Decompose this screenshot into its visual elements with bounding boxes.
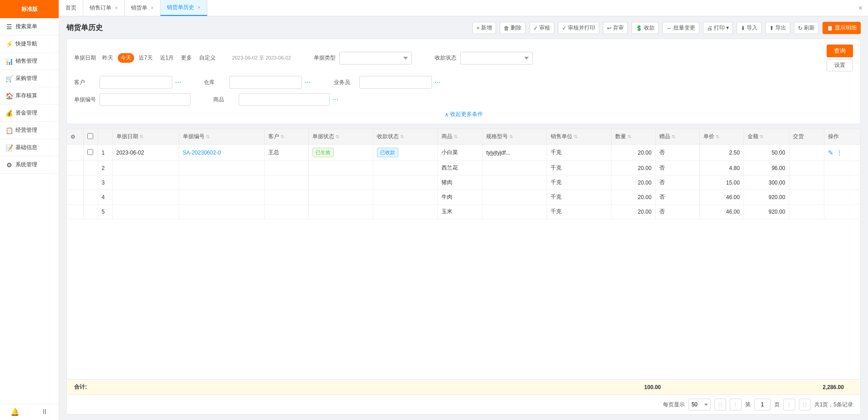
date-1month[interactable]: 近1月 (157, 53, 177, 63)
collect-status-select[interactable] (460, 52, 533, 65)
print-icon: 🖨 (707, 25, 712, 31)
filter-staff: 业务员 ··· (334, 76, 441, 89)
date-7days[interactable]: 近7天 (136, 53, 156, 63)
show-details-button[interactable]: 📋显示明细 (823, 22, 861, 34)
sidebar-item-operations[interactable]: 📋经营管理 (0, 122, 59, 139)
prev-page-btn[interactable]: ⟨ (730, 399, 742, 410)
collect-button[interactable]: 💲收款 (632, 22, 659, 34)
sidebar-item-sales[interactable]: 📊销售管理 (0, 53, 59, 70)
goods-more-icon[interactable]: ··· (332, 95, 338, 104)
first-page-btn[interactable]: ⟨⟨ (714, 399, 726, 410)
audit-print-button[interactable]: ✓审核并打印 (558, 22, 599, 34)
doc-type-select[interactable] (339, 52, 412, 65)
tab-sales-order[interactable]: 销售订单× (83, 0, 125, 16)
new-button[interactable]: +新增 (472, 22, 496, 34)
date-yesterday[interactable]: 昨天 (100, 53, 116, 63)
query-button[interactable]: 查询 (827, 45, 853, 57)
filter-collect-status: 收款状态 (435, 52, 533, 65)
th-docstatus[interactable]: 单据状态⇅ (309, 129, 373, 145)
row-checkbox[interactable] (87, 149, 93, 155)
customer-label: 客户 (74, 79, 97, 86)
page-title: 销货单历史 (66, 23, 103, 33)
th-qty[interactable]: 数量⇅ (611, 129, 655, 145)
refresh-icon: ↻ (798, 25, 803, 31)
th-unit[interactable]: 销售单位⇅ (547, 129, 612, 145)
collapse-btn[interactable]: ∧ 收起更多条件 (445, 110, 483, 118)
th-amount[interactable]: 金额⇅ (743, 129, 789, 145)
sidebar-item-label: 资金管理 (15, 109, 37, 117)
page-input[interactable] (754, 399, 771, 410)
th-date[interactable]: 单据日期⇅ (112, 129, 179, 145)
last-page-btn[interactable]: ⟩⟩ (799, 399, 811, 410)
staff-more-icon[interactable]: ··· (435, 78, 441, 86)
sidebar-item-finance[interactable]: 💰资金管理 (0, 105, 59, 122)
settings-button[interactable]: 设置 (827, 59, 853, 71)
import-icon: ⬇ (741, 25, 745, 31)
date-today[interactable]: 今天 (118, 53, 134, 63)
sidebar-item-basic[interactable]: 📝基础信息 (0, 139, 59, 156)
th-unitprice[interactable]: 单价⇅ (699, 129, 743, 145)
pause-icon[interactable]: ⏸ (41, 408, 48, 416)
sidebar-item-search[interactable]: ☰搜索菜单 (0, 18, 59, 35)
abandon-button[interactable]: ↩弃审 (603, 22, 628, 34)
tab-home[interactable]: 首页 (59, 0, 83, 16)
tab-sales-history[interactable]: 销货单历史× (161, 0, 207, 16)
export-icon: ⬆ (769, 25, 774, 31)
export-button[interactable]: ⬆导出 (765, 22, 790, 34)
sidebar-item-label: 采购管理 (15, 75, 37, 82)
staff-input[interactable] (359, 76, 432, 89)
th-docno[interactable]: 单据编号⇅ (179, 129, 265, 145)
td-unitprice: 2.50 (699, 145, 743, 161)
td-settings (67, 161, 83, 175)
warehouse-more-icon[interactable]: ··· (305, 78, 311, 86)
print-button[interactable]: 🖨打印 ▾ (703, 22, 733, 34)
more-action-btn[interactable]: ⋮ (836, 149, 843, 156)
th-gift[interactable]: 赠品⇅ (655, 129, 699, 145)
th-settings[interactable]: ⚙ (67, 129, 83, 145)
sidebar-item-purchase[interactable]: 🛒采购管理 (0, 70, 59, 87)
audit-button[interactable]: ✓审核 (529, 22, 554, 34)
sidebar-logo: 标准版 (0, 0, 59, 18)
td-gift: 否 (655, 205, 699, 219)
filter-row-2: 客户 ··· 仓库 ··· 业务员 ··· (74, 76, 853, 89)
filter-date: 单据日期 昨天 今天 近7天 近1月 更多 自定义 (74, 53, 218, 63)
customer-more-icon[interactable]: ··· (175, 78, 181, 86)
th-collectstatus[interactable]: 收款状态⇅ (373, 129, 437, 145)
td-goods: 西兰花 (437, 161, 482, 175)
td-action (824, 205, 860, 219)
delete-button[interactable]: 🗑删除 (500, 22, 526, 34)
td-trade (789, 175, 824, 190)
th-customer[interactable]: 客户⇅ (265, 129, 309, 145)
edit-action-btn[interactable]: ✎ (828, 149, 833, 156)
th-goods[interactable]: 商品⇅ (437, 129, 482, 145)
sidebar-item-inventory[interactable]: 🏠库存核算 (0, 87, 59, 105)
next-page-btn[interactable]: ⟩ (783, 399, 795, 410)
date-more[interactable]: 更多 (178, 53, 195, 63)
batch-change-button[interactable]: ↔批量变更 (662, 22, 699, 34)
tab-bar-close-btn[interactable]: × (853, 4, 868, 12)
customer-input[interactable] (100, 76, 172, 89)
goods-input[interactable] (239, 93, 330, 106)
warehouse-input[interactable] (229, 76, 302, 89)
doc-no-link[interactable]: SA-20230602-0 (183, 150, 221, 156)
warehouse-label: 仓库 (204, 79, 226, 86)
tab-close-icon[interactable]: × (151, 5, 154, 10)
notification-icon[interactable]: 🔔 (10, 408, 20, 416)
sidebar-item-system[interactable]: ⚙系统管理 (0, 156, 59, 174)
th-spec[interactable]: 规格型号⇅ (482, 129, 547, 145)
doc-no-input[interactable] (100, 93, 191, 106)
refresh-button[interactable]: ↻刷新 (794, 22, 819, 34)
per-page-select[interactable]: 10 20 50 100 (688, 399, 711, 410)
filter-row-3: 单据编号 商品 ··· (74, 93, 853, 106)
table-row: 2 西兰花 千克 20.00 否 4.80 96.00 (67, 161, 860, 175)
tab-close-icon[interactable]: × (198, 5, 201, 10)
table-row: 5 玉米 千克 20.00 否 46.00 920.00 (67, 205, 860, 219)
import-button[interactable]: ⬇导入 (737, 22, 762, 34)
td-amount: 96.00 (743, 161, 789, 175)
tab-sales-invoice[interactable]: 销货单× (125, 0, 161, 16)
date-custom[interactable]: 自定义 (196, 53, 218, 63)
sidebar-item-quicknav[interactable]: ⚡快捷导航 (0, 35, 59, 53)
tab-close-icon[interactable]: × (115, 5, 118, 10)
select-all-checkbox[interactable] (87, 133, 93, 139)
td-unit: 千克 (547, 205, 612, 219)
